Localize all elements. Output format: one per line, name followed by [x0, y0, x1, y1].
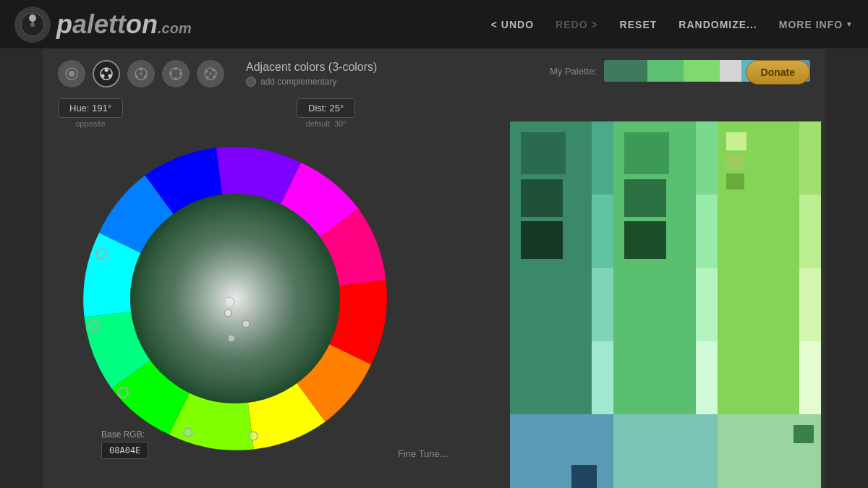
palette-col1-dark2	[521, 179, 563, 217]
svg-point-17	[179, 72, 182, 75]
color-mode-title: Adjacent colors (3-colors)	[246, 61, 377, 74]
base-rgb-label: Base RGB:	[101, 429, 148, 440]
logo-icon	[14, 7, 51, 43]
palette-col3-light2	[726, 154, 744, 170]
dist-control: Dist: 25° default: 30°	[297, 98, 355, 128]
more-info-button[interactable]: MORE INFO ▼	[779, 19, 854, 30]
mode-adjacent[interactable]	[93, 60, 120, 87]
palette-col3-strip-4	[799, 341, 821, 414]
palette-bottom-row	[510, 414, 821, 488]
svg-point-24	[206, 76, 209, 79]
palette-swatch-1	[604, 60, 647, 82]
palette-col3-light3	[726, 174, 744, 189]
palette-swatch-3	[684, 60, 720, 82]
svg-point-33	[242, 320, 250, 328]
dist-box[interactable]: Dist: 25°	[297, 98, 355, 118]
svg-point-11	[140, 68, 142, 71]
mode-triad[interactable]	[127, 60, 155, 87]
dist-sub: default: 30°	[297, 119, 355, 128]
svg-point-8	[101, 74, 105, 78]
mode-selector: Adjacent colors (3-colors) add complemen…	[58, 60, 810, 87]
svg-point-2	[30, 22, 35, 27]
palette-col1-strip-2	[592, 194, 613, 267]
palette-bottom-col3[interactable]	[718, 414, 821, 488]
palette-col2-dark1	[624, 132, 669, 174]
base-rgb-value[interactable]: 08A04E	[101, 442, 148, 459]
hue-box[interactable]: Hue: 191°	[58, 98, 123, 118]
svg-point-12	[135, 75, 138, 78]
redo-button[interactable]: REDO >	[556, 19, 598, 30]
palette-grid	[510, 121, 821, 488]
mode-mono[interactable]	[58, 60, 85, 87]
base-rgb-section: Base RGB: 08A04E	[101, 429, 148, 459]
svg-point-5	[69, 71, 75, 77]
hue-sub: opposite	[58, 119, 123, 128]
my-palette-label: My Palette:	[550, 66, 597, 77]
palette-col2-strip-4	[696, 341, 718, 414]
palette-col-1[interactable]	[510, 121, 613, 414]
svg-point-19	[169, 72, 172, 75]
palette-swatch-2	[647, 60, 684, 82]
svg-point-16	[174, 67, 177, 70]
logo-domain: .com	[158, 20, 192, 36]
svg-point-36	[249, 432, 258, 440]
svg-point-18	[174, 77, 177, 80]
svg-point-35	[224, 297, 234, 307]
palette-col2-dark2	[624, 179, 666, 217]
svg-point-9	[109, 74, 112, 78]
svg-point-22	[212, 69, 215, 72]
palette-col-3[interactable]	[718, 121, 821, 414]
palette-col1-strip-1	[592, 121, 613, 194]
logo-text: paletton.com	[56, 9, 192, 40]
svg-point-34	[228, 335, 235, 342]
svg-point-7	[105, 69, 109, 72]
palette-col2-strip-3	[696, 268, 718, 341]
palette-col2-dark3	[624, 221, 666, 259]
main-content: Donate	[43, 49, 825, 488]
palette-col2-strip	[696, 121, 718, 414]
palette-bc3-dark1	[793, 425, 814, 443]
svg-point-28	[130, 194, 340, 403]
svg-point-25	[210, 73, 212, 75]
palette-col1-strip	[592, 121, 613, 414]
svg-point-32	[224, 309, 231, 317]
palette-col-2[interactable]	[613, 121, 717, 414]
palette-col2-strip-1	[696, 121, 718, 194]
nav-buttons: < UNDO REDO > RESET RANDOMIZE... MORE IN…	[491, 19, 854, 30]
palette-bottom-col2[interactable]	[613, 414, 717, 488]
color-wheel-wrapper[interactable]	[80, 143, 391, 454]
mode-tetrad[interactable]	[162, 60, 190, 87]
randomize-button[interactable]: RANDOMIZE...	[678, 19, 757, 30]
svg-point-21	[205, 70, 208, 73]
logo-area: paletton.com	[14, 7, 491, 43]
undo-button[interactable]: < UNDO	[491, 19, 534, 30]
palette-col1-strip-4	[592, 341, 613, 414]
palette-bottom-col1-dark3	[571, 465, 597, 488]
svg-point-13	[144, 75, 147, 78]
reset-button[interactable]: RESET	[620, 19, 658, 30]
hue-control: Hue: 191° opposite	[58, 98, 123, 128]
svg-point-14	[140, 73, 142, 75]
color-mode-info: Adjacent colors (3-colors) add complemen…	[246, 61, 377, 87]
palette-col3-strip-1	[799, 121, 821, 194]
palette-col1-dark3	[521, 221, 563, 259]
palette-col3-strip-3	[799, 268, 821, 341]
svg-point-23	[213, 75, 216, 78]
svg-point-37	[184, 428, 192, 437]
palette-bottom-col1[interactable]	[510, 414, 613, 488]
add-complementary-toggle[interactable]: add complementary	[246, 77, 377, 87]
palette-col3-strip-2	[799, 194, 821, 267]
toggle-indicator	[246, 77, 256, 87]
chevron-down-icon: ▼	[846, 20, 854, 28]
palette-col1-strip-3	[592, 268, 613, 341]
palette-swatch-sep	[720, 60, 741, 82]
color-wheel-svg[interactable]	[80, 143, 391, 454]
palette-top-row	[510, 121, 821, 414]
donate-button[interactable]: Donate	[746, 60, 810, 85]
mode-custom[interactable]	[197, 60, 224, 87]
palette-col3-light1	[726, 132, 746, 150]
palette-col3-strip	[799, 121, 821, 414]
header: paletton.com < UNDO REDO > RESET RANDOMI…	[0, 0, 868, 49]
palette-col1-dark1	[521, 132, 566, 174]
palette-col2-strip-2	[696, 194, 718, 267]
